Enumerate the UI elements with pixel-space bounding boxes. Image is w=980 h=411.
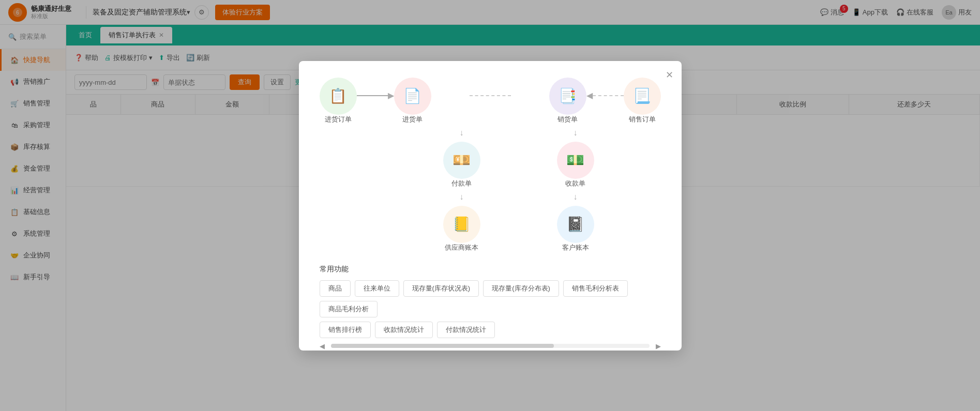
sales-order-label: 销售订单 <box>629 115 656 124</box>
customer-ledger-label: 客户账本 <box>562 243 589 252</box>
function-buttons-row-1: 商品 往来单位 现存量(库存状况表) 现存量(库存分布表) 销售毛利分析表 商品… <box>320 280 661 317</box>
down-arrow-sales: ↓ <box>557 128 594 138</box>
purchase-bill-label: 进货单 <box>402 115 423 124</box>
modal-scrollbar[interactable]: ◀ ▶ <box>320 338 661 351</box>
down-arrow-purchase: ↓ <box>443 128 480 138</box>
func-btn-payment-stat[interactable]: 付款情况统计 <box>437 322 495 338</box>
modal-overlay[interactable]: ✕ 📋 进货订单 ▶ <box>0 0 980 411</box>
arrow-row-2: ↓ ↓ <box>320 126 661 140</box>
supplier-ledger-label: 供应商账本 <box>445 243 478 252</box>
modal-box: ✕ 📋 进货订单 ▶ <box>299 61 682 351</box>
purchase-order-node: 📋 进货订单 <box>320 78 357 124</box>
scroll-right-arrow[interactable]: ▶ <box>656 342 661 350</box>
scrollbar-track <box>331 344 650 348</box>
func-btn-sales-rank[interactable]: 销售排行榜 <box>320 322 371 338</box>
supplier-ledger-icon: 📒 <box>443 206 480 243</box>
receipt-node: 💵 收款单 <box>557 142 594 188</box>
purchase-order-icon: 📋 <box>320 78 357 115</box>
sales-bill-label: 销货单 <box>557 115 578 124</box>
payment-icon: 💴 <box>443 142 480 179</box>
scrollbar-thumb <box>331 344 554 348</box>
func-btn-receipt-stat[interactable]: 收款情况统计 <box>375 322 433 338</box>
row-3: 💴 付款单 💵 收款单 <box>320 142 661 188</box>
arrow-row-4: ↓ ↓ <box>320 190 661 204</box>
payment-node: 💴 付款单 <box>443 142 480 188</box>
dashed-spacer <box>431 95 549 96</box>
func-btn-stock-dist[interactable]: 现存量(库存分布表) <box>483 280 559 297</box>
func-btn-partner[interactable]: 往来单位 <box>355 280 399 297</box>
row-5: 📒 供应商账本 📓 客户账本 <box>320 206 661 252</box>
purchase-bill-icon: 📄 <box>394 78 431 115</box>
down-arrow-payment: ↓ <box>443 192 480 202</box>
common-functions-title: 常用功能 <box>320 265 661 274</box>
arrow-2: ◀ <box>586 90 624 100</box>
receipt-icon: 💵 <box>557 142 594 179</box>
common-functions-section: 常用功能 商品 往来单位 现存量(库存状况表) 现存量(库存分布表) 销售毛利分… <box>320 265 661 338</box>
sales-bill-node: 📑 销货单 <box>549 78 586 124</box>
modal-content: 📋 进货订单 ▶ 📄 进货单 <box>299 61 682 351</box>
supplier-ledger-node: 📒 供应商账本 <box>443 206 480 252</box>
customer-ledger-node: 📓 客户账本 <box>557 206 594 252</box>
sales-order-icon: 📃 <box>624 78 661 115</box>
scroll-left-arrow[interactable]: ◀ <box>320 342 325 350</box>
receipt-label: 收款单 <box>565 179 585 188</box>
func-btn-product[interactable]: 商品 <box>320 280 351 297</box>
flow-diagram: 📋 进货订单 ▶ 📄 进货单 <box>320 78 661 252</box>
func-btn-product-profit[interactable]: 商品毛利分析 <box>320 301 378 317</box>
down-arrow-receipt: ↓ <box>557 192 594 202</box>
payment-label: 付款单 <box>451 179 472 188</box>
purchase-order-label: 进货订单 <box>325 115 352 124</box>
sales-order-node: 📃 销售订单 <box>624 78 661 124</box>
modal-close-button[interactable]: ✕ <box>666 69 673 81</box>
func-btn-stock-status[interactable]: 现存量(库存状况表) <box>403 280 479 297</box>
customer-ledger-icon: 📓 <box>557 206 594 243</box>
arrow-1: ▶ <box>357 90 394 100</box>
function-buttons-row-2: 销售排行榜 收款情况统计 付款情况统计 <box>320 322 661 338</box>
purchase-bill-node: 📄 进货单 <box>394 78 431 124</box>
sales-bill-icon: 📑 <box>549 78 586 115</box>
func-btn-sales-profit[interactable]: 销售毛利分析表 <box>563 280 628 297</box>
